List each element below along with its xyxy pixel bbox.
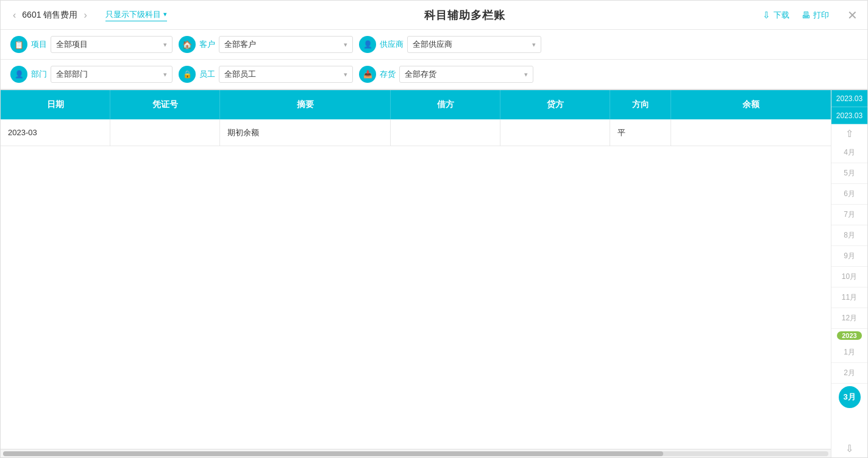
scrollbar-thumb [3,451,663,456]
supplier-select[interactable]: 全部供应商 ▾ [407,36,541,53]
scrollbar-track [3,451,828,456]
customer-label: 客户 [199,39,215,50]
show-sub-button[interactable]: 只显示下级科目 ▾ [105,9,167,21]
timeline-month-6[interactable]: 6月 [831,184,867,205]
supplier-arrow-icon: ▾ [532,41,536,49]
main-table: 日期 凭证号 摘要 借方 贷方 方向 余额 [1,90,831,457]
th-voucher: 凭证号 [110,90,220,119]
employee-label: 员工 [199,69,215,80]
horizontal-scrollbar[interactable] [1,449,831,457]
customer-filter-group: 🏠 客户 全部客户 ▾ [179,36,353,53]
title-actions: ⇩ 下载 🖶 打印 ✕ [763,8,858,23]
download-button[interactable]: ⇩ 下载 [763,10,789,21]
print-label: 打印 [813,10,829,21]
project-select[interactable]: 全部项目 ▾ [51,36,173,53]
project-filter-group: 📋 项目 全部项目 ▾ [10,36,173,53]
timeline-month-4[interactable]: 4月 [831,143,867,163]
supplier-filter-group: 👤 供应商 全部供应商 ▾ [359,36,541,53]
content-area: 日期 凭证号 摘要 借方 贷方 方向 余额 [1,90,867,457]
td-direction: 平 [610,119,671,146]
inventory-value: 全部存货 [405,69,436,80]
table-header: 日期 凭证号 摘要 借方 贷方 方向 余额 [1,90,831,119]
timeline-month-10[interactable]: 10月 [831,267,867,287]
timeline-header-2023-03-second[interactable]: 2023.03 [831,107,867,124]
th-summary: 摘要 [220,90,391,119]
customer-value: 全部客户 [224,39,256,50]
td-debit [391,119,500,146]
timeline-scroll-up-button[interactable]: ⇧ [831,124,867,143]
td-voucher [110,119,220,146]
employee-arrow-icon: ▾ [344,71,347,79]
timeline-month-12[interactable]: 12月 [831,308,867,329]
table-row[interactable]: 2023-03 期初余额 平 [1,119,831,146]
customer-icon: 🏠 [179,36,196,53]
project-label: 项目 [31,39,47,50]
td-credit [500,119,610,146]
supplier-label: 供应商 [380,39,404,50]
th-direction: 方向 [610,90,671,119]
inventory-label: 存货 [380,69,396,80]
inventory-arrow-icon: ▾ [524,71,528,79]
timeline-month-9[interactable]: 9月 [831,246,867,267]
download-icon: ⇩ [763,10,770,21]
account-code-label: 6601 销售费用 [22,10,77,21]
chevron-down-icon: ▾ [163,10,167,18]
next-account-button[interactable]: › [81,9,89,22]
show-sub-label: 只显示下级科目 [105,9,161,20]
customer-arrow-icon: ▾ [344,41,347,49]
td-balance [671,119,831,146]
page-title: 科目辅助多栏账 [424,8,505,23]
inventory-icon: 📥 [359,66,376,83]
close-button[interactable]: ✕ [847,8,858,23]
project-arrow-icon: ▾ [163,41,167,49]
th-balance: 余额 [671,90,831,119]
employee-icon: 🔒 [179,66,196,83]
timeline-month-11[interactable]: 11月 [831,287,867,308]
supplier-icon: 👤 [359,36,376,53]
main-window: ‹ 6601 销售费用 › 只显示下级科目 ▾ 科目辅助多栏账 ⇩ 下载 🖶 打… [0,0,868,458]
td-date: 2023-03 [1,119,110,146]
department-arrow-icon: ▾ [163,71,167,79]
department-select[interactable]: 全部部门 ▾ [51,66,173,83]
customer-select[interactable]: 全部客户 ▾ [219,36,353,53]
inventory-filter-group: 📥 存货 全部存货 ▾ [359,66,533,83]
project-icon: 📋 [10,36,27,53]
year-badge: 2023 [837,331,861,340]
inventory-select[interactable]: 全部存货 ▾ [399,66,533,83]
print-button[interactable]: 🖶 打印 [802,10,829,21]
table-body: 2023-03 期初余额 平 [1,119,831,449]
title-bar: ‹ 6601 销售费用 › 只显示下级科目 ▾ 科目辅助多栏账 ⇩ 下载 🖶 打… [1,1,867,30]
timeline-month-7[interactable]: 7月 [831,205,867,225]
timeline-month-8[interactable]: 8月 [831,225,867,246]
supplier-value: 全部供应商 [413,39,452,50]
project-value: 全部项目 [56,39,88,50]
th-date: 日期 [1,90,110,119]
department-value: 全部部门 [56,69,88,80]
timeline-scroll-down-button[interactable]: ⇩ [831,439,867,457]
th-credit: 贷方 [500,90,610,119]
prev-account-button[interactable]: ‹ [10,9,18,22]
td-summary: 期初余额 [220,119,391,146]
department-icon: 👤 [10,66,27,83]
employee-value: 全部员工 [224,69,256,80]
filter-bar-row2: 👤 部门 全部部门 ▾ 🔒 员工 全部员工 ▾ 📥 存货 全部存货 ▾ [1,60,867,90]
timeline-month-5[interactable]: 5月 [831,163,867,184]
th-debit: 借方 [391,90,500,119]
timeline-month-2[interactable]: 2月 [831,363,867,384]
print-icon: 🖶 [802,10,810,20]
timeline-sidebar: 2023.03 2023.03 ⇧ 4月 5月 6月 7月 8月 9月 10月 … [831,90,867,457]
department-filter-group: 👤 部门 全部部门 ▾ [10,66,173,83]
employee-select[interactable]: 全部员工 ▾ [219,66,353,83]
filter-bar: 📋 项目 全部项目 ▾ 🏠 客户 全部客户 ▾ 👤 供应商 全部供应商 ▾ [1,30,867,60]
download-label: 下载 [774,10,789,21]
title-left: ‹ 6601 销售费用 › 只显示下级科目 ▾ [10,9,167,22]
timeline-header-2023-03-first[interactable]: 2023.03 [831,90,867,107]
employee-filter-group: 🔒 员工 全部员工 ▾ [179,66,353,83]
timeline-month-1[interactable]: 1月 [831,342,867,363]
timeline-month-3-active[interactable]: 3月 [839,386,861,408]
timeline-month-3-container: 3月 [831,384,867,410]
department-label: 部门 [31,69,47,80]
